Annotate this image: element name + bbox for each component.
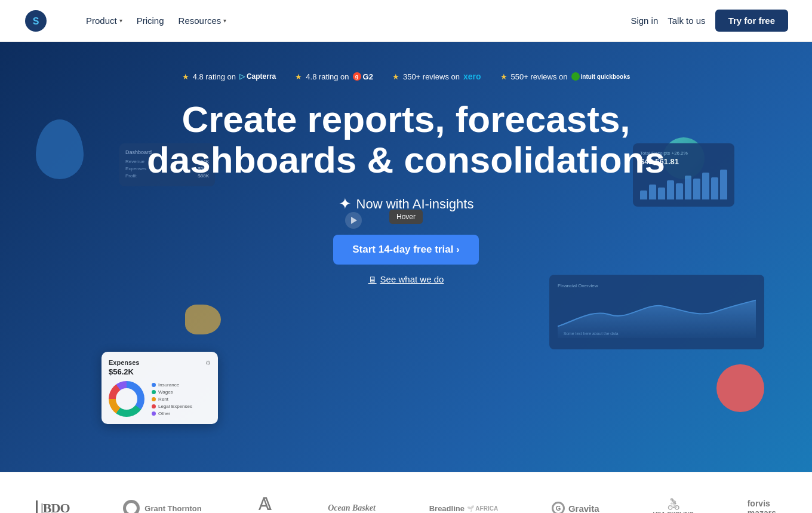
atari-logo-text: 𝔸 ATARI (255, 496, 274, 513)
usa-cycling-emblem: 🚴 (653, 498, 694, 511)
monitor-icon: 🖥 (368, 275, 377, 284)
see-what-label: See what we do (380, 274, 444, 284)
legend-dot-legal (152, 404, 156, 408)
resources-chevron-icon: ▾ (223, 17, 226, 24)
bar-9 (711, 177, 718, 200)
grant-thornton-logo: Grant Thornton (123, 500, 201, 513)
cta-wrap: Start 14-day free trial › Hover 🖥 See wh… (333, 235, 479, 284)
expenses-title: Expenses (109, 359, 139, 366)
signin-link[interactable]: Sign in (630, 16, 658, 26)
expenses-settings-icon: ⚙ (205, 360, 211, 366)
breadline-sub: 🌱 AFRICA (467, 505, 498, 512)
legend-wages: Wages (152, 389, 192, 395)
usa-cycling-text: 🚴 USA CYCLING (653, 498, 694, 513)
qb-text: intuit quickbooks (581, 73, 630, 80)
qb-rating: ★ 550+ reviews on intuit quickbooks (500, 72, 630, 81)
expenses-amount: $56.2K (109, 367, 211, 376)
nav-product[interactable]: Product ▾ (81, 13, 127, 28)
capterra-star: ★ (182, 72, 189, 81)
expenses-donut-chart (109, 381, 144, 417)
play-triangle-icon (351, 217, 357, 224)
gravita-g-icon: G (552, 502, 565, 513)
forvis-mazars-text: forvismazars (748, 499, 776, 513)
bar-6 (685, 176, 692, 199)
g2-logo: g G2 (353, 72, 373, 81)
capterra-logo: ▷ Capterra (239, 72, 276, 81)
gt-circle-icon (123, 500, 140, 513)
g2-score: 4.8 rating on (306, 72, 349, 81)
bar-2 (649, 185, 656, 199)
logo-usa-cycling: 🚴 USA CYCLING (653, 498, 694, 513)
bar-8 (702, 173, 709, 199)
atari-symbol: 𝔸 (255, 496, 274, 513)
headline-line1: Create reports, forecasts, (182, 99, 630, 140)
legend-dot-rent (152, 397, 156, 401)
hover-tooltip: Hover (389, 210, 423, 224)
qb-star: ★ (500, 72, 508, 81)
g2-star: ★ (295, 72, 302, 81)
g2-dot: g (353, 72, 361, 81)
legend-dot-other (152, 411, 156, 416)
gravita-name: Gravita (568, 503, 599, 514)
headline-line2: dashboards & consolidations (147, 139, 665, 180)
legend-dot-wages (152, 390, 156, 394)
talk-link[interactable]: Talk to us (668, 16, 705, 26)
nav-product-label: Product (86, 16, 117, 26)
capterra-rating: ★ 4.8 rating on ▷ Capterra (182, 72, 276, 81)
expenses-donut-wrap: Insurance Wages Rent Legal Expenses Othe… (109, 381, 211, 417)
qb-score: 550+ reviews on (511, 72, 568, 81)
blob-right-bottom-decoration (716, 364, 764, 412)
try-free-button[interactable]: Try for free (715, 10, 788, 32)
blob-left-decoration (36, 119, 84, 179)
xero-rating: ★ 350+ reviews on xero (392, 72, 481, 81)
nav-pricing[interactable]: Pricing (132, 13, 169, 28)
start-trial-label: Start 14-day free trial › (352, 244, 460, 256)
hero-headline: Create reports, forecasts, dashboards & … (147, 99, 665, 180)
bar-4 (667, 180, 674, 200)
expenses-legend: Insurance Wages Rent Legal Expenses Othe… (152, 382, 192, 416)
area-chart-svg: Some text here about the data (558, 291, 756, 339)
logo-grant-thornton: Grant Thornton (123, 500, 201, 513)
nav-resources[interactable]: Resources ▾ (174, 13, 232, 28)
legend-dot-insurance (152, 383, 156, 387)
expenses-card: Expenses ⚙ $56.2K Insurance Wages Rent (102, 352, 218, 424)
midright-chart-card: Financial Overview Some text here about … (549, 275, 764, 349)
nav-links: Product ▾ Pricing Resources ▾ (81, 13, 231, 28)
product-chevron-icon: ▾ (119, 17, 122, 24)
blob-center-left-decoration (185, 305, 221, 334)
nav-left: S Product ▾ Pricing Resources ▾ (24, 9, 231, 33)
capterra-score: 4.8 rating on (193, 72, 236, 81)
ocean-basket-text: Ocean Basket (328, 503, 376, 513)
bdo-logo-text: |BDO (36, 500, 70, 513)
breadline-logo: Breadline 🌱 AFRICA (429, 504, 498, 513)
bar-5 (676, 183, 683, 200)
sparkle-icon: ✦ (339, 195, 352, 213)
legend-legal: Legal Expenses (152, 404, 192, 409)
logo-breadline: Breadline 🌱 AFRICA (429, 504, 498, 513)
g2-rating: ★ 4.8 rating on g G2 (295, 72, 373, 81)
nav-right: Sign in Talk to us Try for free (630, 10, 788, 32)
navbar: S Product ▾ Pricing Resources ▾ Sign in … (0, 0, 812, 42)
logo-gravita: G Gravita (552, 502, 599, 513)
start-trial-button[interactable]: Start 14-day free trial › (333, 235, 479, 265)
gt-inner-circle (126, 503, 137, 513)
logo-bdo: |BDO (36, 500, 70, 513)
hero-section: Dashboard Revenue $124K Expenses $56K Pr… (0, 42, 812, 472)
logo-atari: 𝔸 ATARI (255, 496, 274, 513)
legend-insurance: Insurance (152, 382, 192, 388)
nav-pricing-label: Pricing (137, 16, 164, 26)
see-what-we-do-button[interactable]: 🖥 See what we do (368, 274, 444, 284)
logo-ocean-basket: Ocean Basket (328, 503, 376, 513)
xero-star: ★ (392, 72, 399, 81)
xero-score: 350+ reviews on (403, 72, 460, 81)
bar-1 (640, 191, 647, 199)
bar-7 (693, 179, 700, 199)
syft-logo-icon: S (24, 9, 48, 33)
qb-logo: intuit quickbooks (571, 72, 630, 81)
midright-label: Financial Overview (558, 283, 756, 288)
logo-forvis-mazars: forvismazars (748, 499, 776, 513)
cta-primary-wrap: Start 14-day free trial › Hover (333, 235, 479, 265)
play-indicator (345, 212, 362, 229)
logo-wrap[interactable]: S (24, 9, 48, 33)
gt-text: Grant Thornton (144, 504, 201, 513)
